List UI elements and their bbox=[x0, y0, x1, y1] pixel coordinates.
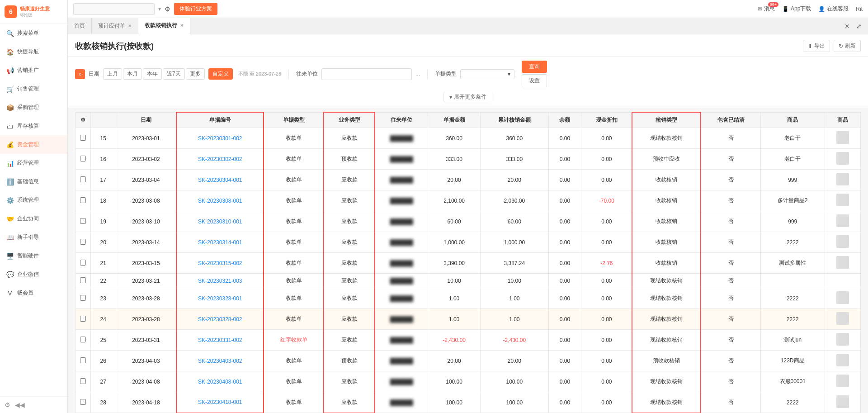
cell-doc-number[interactable]: SK-20230321-003 bbox=[176, 274, 264, 288]
collapse-icon[interactable]: ◀◀ bbox=[15, 401, 25, 408]
cell-doc-number[interactable]: SK-20230328-002 bbox=[176, 309, 264, 330]
doc-number-link[interactable]: SK-20230301-002 bbox=[198, 135, 242, 142]
cell-doc-number[interactable]: SK-20230304-001 bbox=[176, 170, 264, 190]
dropdown-arrow-icon[interactable]: ▾ bbox=[158, 6, 161, 12]
expand-tab-icon[interactable]: ⤢ bbox=[854, 21, 864, 32]
tab-payable[interactable]: 预计应付单✕ bbox=[92, 18, 138, 34]
industry-btn[interactable]: 体验行业方案 bbox=[174, 3, 217, 15]
doc-number-link[interactable]: SK-20230302-002 bbox=[198, 156, 242, 162]
sidebar-item-search[interactable]: 🔍 搜索菜单 bbox=[0, 24, 67, 43]
refresh-btn[interactable]: ↻ 刷新 bbox=[834, 40, 861, 52]
row-checkbox-3[interactable] bbox=[80, 197, 86, 203]
sidebar-item-inventory[interactable]: 🗃 库存核算 bbox=[0, 117, 67, 135]
cell-doc-number[interactable]: SK-20230314-001 bbox=[176, 232, 264, 253]
cell-doc-number[interactable]: SK-20230310-001 bbox=[176, 211, 264, 232]
sidebar-item-system[interactable]: ⚙️ 系统管理 bbox=[0, 191, 67, 209]
row-checkbox-1[interactable] bbox=[80, 156, 86, 161]
sidebar-item-member[interactable]: V 畅会员 bbox=[0, 284, 67, 302]
cell-doc-number[interactable]: SK-20230308-001 bbox=[176, 190, 264, 211]
doc-number-link[interactable]: SK-20230315-002 bbox=[198, 260, 242, 266]
cell-doc-number[interactable]: SK-20230301-002 bbox=[176, 128, 264, 149]
gear-icon[interactable]: ⚙ bbox=[165, 5, 170, 13]
tab-close-payable[interactable]: ✕ bbox=[128, 24, 132, 28]
sidebar-item-purchase[interactable]: 📦 采购管理 bbox=[0, 98, 67, 117]
cell-doc-number[interactable]: SK-20230331-002 bbox=[176, 330, 264, 351]
sidebar-item-guide[interactable]: 📖 新手引导 bbox=[0, 228, 67, 247]
doc-number-link[interactable]: SK-20230403-002 bbox=[198, 358, 242, 364]
doc-number-link[interactable]: SK-20230308-001 bbox=[198, 198, 242, 204]
message-action[interactable]: ✉ 消息 99+ bbox=[758, 5, 775, 13]
app-download-action[interactable]: 📱 App下载 bbox=[782, 5, 811, 13]
sidebar-item-basic[interactable]: ℹ️ 基础信息 bbox=[0, 172, 67, 191]
doc-type-select[interactable]: ▾ bbox=[460, 69, 514, 79]
close-tab-icon[interactable]: ✕ bbox=[842, 21, 853, 32]
cell-doc-type: 红字收款单 bbox=[264, 330, 324, 351]
doc-number-link[interactable]: SK-20230408-001 bbox=[198, 379, 242, 385]
row-checkbox-8[interactable] bbox=[80, 295, 86, 301]
cell-balance: 0.00 bbox=[548, 274, 581, 288]
cell-doc-number[interactable]: SK-20230315-002 bbox=[176, 253, 264, 274]
sidebar-item-nav[interactable]: 🏠 快捷导航 bbox=[0, 43, 67, 61]
row-checkbox-12[interactable] bbox=[80, 378, 86, 384]
doc-number-link[interactable]: SK-20230314-001 bbox=[198, 239, 242, 246]
expand-conditions-btn[interactable]: ▾ 展开更多条件 bbox=[443, 92, 492, 102]
filter-toggle-btn[interactable]: » bbox=[75, 69, 85, 79]
row-checkbox-2[interactable] bbox=[80, 176, 86, 182]
doc-number-link[interactable]: SK-20230418-001 bbox=[198, 399, 242, 405]
more-dots[interactable]: ... bbox=[415, 71, 420, 77]
sidebar-item-enterprise[interactable]: 🤝 企业协同 bbox=[0, 209, 67, 228]
row-checkbox-7[interactable] bbox=[80, 277, 86, 283]
date-btn-上月[interactable]: 上月 bbox=[103, 68, 122, 80]
doc-number-link[interactable]: SK-20230304-001 bbox=[198, 177, 242, 183]
cell-doc-number[interactable]: SK-20230403-002 bbox=[176, 351, 264, 371]
row-checkbox-4[interactable] bbox=[80, 218, 86, 224]
user-action[interactable]: Rit bbox=[856, 6, 863, 12]
cell-doc-number[interactable]: SK-20230328-001 bbox=[176, 288, 264, 309]
doc-number-link[interactable]: SK-20230331-002 bbox=[198, 337, 242, 343]
settings-filter-btn[interactable]: 设置 bbox=[522, 74, 547, 87]
custom-date-btn[interactable]: 自定义 bbox=[208, 68, 233, 80]
tab-home[interactable]: 首页 bbox=[68, 18, 92, 34]
sidebar-item-sales[interactable]: 🛒 销售管理 bbox=[0, 80, 67, 98]
row-checkbox-11[interactable] bbox=[80, 357, 86, 363]
th-settings[interactable]: ⚙ bbox=[75, 112, 91, 128]
row-checkbox-0[interactable] bbox=[80, 135, 86, 141]
date-btn-本年[interactable]: 本年 bbox=[143, 68, 162, 80]
main-area: ▾ ⚙ 体验行业方案 ✉ 消息 99+ 📱 App下载 👤 在线客服 bbox=[68, 0, 868, 413]
tab-close-receivable[interactable]: ✕ bbox=[180, 23, 184, 28]
query-btn[interactable]: 查询 bbox=[522, 61, 547, 73]
sidebar-item-marketing[interactable]: 📢 营销推广 bbox=[0, 61, 67, 80]
row-checkbox-5[interactable] bbox=[80, 239, 86, 245]
row-checkbox-13[interactable] bbox=[80, 399, 86, 405]
search-input[interactable] bbox=[73, 3, 155, 15]
sidebar-item-wechat[interactable]: 💬 企业微信 bbox=[0, 265, 67, 284]
export-btn[interactable]: ⬆ 导出 bbox=[803, 40, 830, 52]
column-settings-icon[interactable]: ⚙ bbox=[80, 117, 85, 123]
sidebar-item-operation[interactable]: 📊 经营管理 bbox=[0, 154, 67, 172]
partner-input[interactable] bbox=[321, 68, 412, 80]
row-checkbox-9[interactable] bbox=[80, 316, 86, 322]
service-action[interactable]: 👤 在线客服 bbox=[818, 5, 849, 13]
doc-number-link[interactable]: SK-20230310-001 bbox=[198, 218, 242, 225]
date-btn-更多[interactable]: 更多 bbox=[186, 68, 205, 80]
doc-number-link[interactable]: SK-20230321-003 bbox=[198, 278, 242, 284]
cell-doc-number[interactable]: SK-20230302-002 bbox=[176, 149, 264, 170]
sidebar-item-finance[interactable]: 💰 资金管理 bbox=[0, 135, 67, 154]
system-icon: ⚙️ bbox=[6, 197, 14, 204]
date-btn-本月[interactable]: 本月 bbox=[123, 68, 142, 80]
cell-doc-number[interactable]: SK-20230408-001 bbox=[176, 371, 264, 392]
date-btn-近7天[interactable]: 近7天 bbox=[163, 68, 185, 80]
cell-biz-type: 应收款 bbox=[324, 128, 375, 149]
doc-number-link[interactable]: SK-20230328-001 bbox=[198, 295, 242, 302]
row-checkbox-6[interactable] bbox=[80, 260, 86, 266]
doc-number-link[interactable]: SK-20230328-002 bbox=[198, 316, 242, 323]
cell-goods: 999 bbox=[760, 211, 825, 232]
cell-amount: 333.00 bbox=[428, 149, 481, 170]
row-checkbox-10[interactable] bbox=[80, 337, 86, 342]
sidebar-item-hardware[interactable]: 🖥️ 智能硬件 bbox=[0, 247, 67, 265]
cell-doc-number[interactable]: SK-20230418-001 bbox=[176, 392, 264, 413]
tab-receivable[interactable]: 收款核销执行✕ bbox=[138, 18, 190, 34]
cell-rownum: 19 bbox=[91, 211, 116, 232]
settings-icon[interactable]: ⚙ bbox=[5, 401, 10, 408]
sidebar-label-basic: 基础信息 bbox=[17, 178, 39, 185]
